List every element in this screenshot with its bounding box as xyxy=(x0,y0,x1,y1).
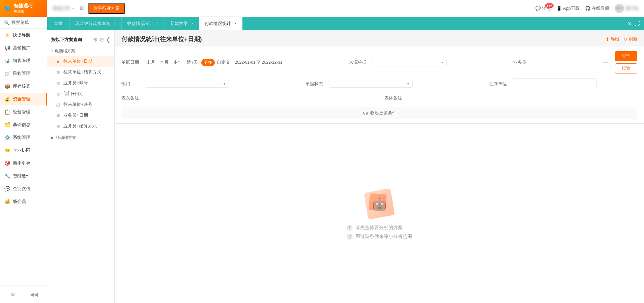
sidebar-item-label: 畅会员 xyxy=(13,199,26,205)
date-btn-this-month[interactable]: 本月 xyxy=(158,59,170,66)
manage-plan-btn[interactable]: ⊙ xyxy=(99,36,104,43)
sidebar-item-basic[interactable]: 🗂️ 基础信息 xyxy=(0,118,47,131)
sidebar-item-enterprise[interactable]: 🤝 企业协同 xyxy=(0,144,47,157)
messages-btn[interactable]: 💬 消息 99+ xyxy=(535,5,551,11)
logo-icon: 🐦 xyxy=(3,4,12,12)
plan-item-salesman-account[interactable]: ▦ 业务员+账号 xyxy=(47,78,114,88)
sidebar-item-quick-nav[interactable]: ⚡ 快捷导航 xyxy=(0,29,47,41)
service-icon: 🎧 xyxy=(585,6,590,11)
tab-bank-flow[interactable]: 现金银行流水查询 × xyxy=(70,17,122,30)
plan-item-label: 部门+日期 xyxy=(63,91,84,97)
user-profile[interactable]: 用户 用户名 xyxy=(615,4,639,13)
plan-item-unit-date[interactable]: ● 往来单位+日期 xyxy=(47,56,114,67)
salesman-select[interactable]: ··· xyxy=(537,57,611,68)
tab-receivable[interactable]: 收款情况统计 × xyxy=(122,17,165,30)
collapse-bar[interactable]: ∧∧ 收起更多条件 xyxy=(121,107,637,119)
company-selector[interactable]: 某某公司 ▾ xyxy=(53,5,74,11)
sidebar-item-wechat[interactable]: 💬 企业微信 xyxy=(0,182,47,195)
tab-receivable-close[interactable]: × xyxy=(157,21,159,26)
source-select[interactable]: ▾ xyxy=(373,59,447,66)
expand-window-btn[interactable]: ⛶ xyxy=(635,21,640,27)
settings-bottom-btn[interactable]: ⚙ xyxy=(3,289,22,300)
plan-icon: ▦ xyxy=(55,113,61,118)
plan-item-label: 往来单位+日期 xyxy=(63,58,92,64)
header-note-input[interactable] xyxy=(145,94,239,102)
hint-2-num: 2 xyxy=(347,234,353,240)
sidebar: 🐦 畅捷通巧 标准版 🔍 搜索菜单 ⚡ 快捷导航 📢 营销推广 📊 销售管理 🛒… xyxy=(0,0,47,303)
tab-new-plan[interactable]: 新建方案 × xyxy=(165,17,199,30)
collapse-arrow-icon: ∧∧ xyxy=(362,111,369,116)
plan-item-dept-date[interactable]: ▦ 部门+日期 xyxy=(47,88,114,99)
sidebar-item-marketing[interactable]: 📢 营销推广 xyxy=(0,41,47,54)
related-unit-select[interactable]: ··· xyxy=(513,78,597,89)
hardware-icon: 🔧 xyxy=(4,173,10,179)
plan-item-salesman-date[interactable]: ▦ 业务员+日期 xyxy=(47,110,114,121)
app-download-label: App下载 xyxy=(563,5,580,11)
page-content: 按以下方案查询 ⊕ ⊙ ❮ ▾ 电脑端方案 ● 往来单位+日期 ▦ xyxy=(47,30,644,303)
date-btn-7days[interactable]: 近7天 xyxy=(185,59,199,66)
plan-active-icon: ● xyxy=(55,59,61,64)
sidebar-item-hardware[interactable]: 🔧 智能硬件 xyxy=(0,170,47,182)
sidebar-item-system[interactable]: ⚙️ 系统管理 xyxy=(0,131,47,144)
export-btn[interactable]: ⬆ 导出 xyxy=(606,36,619,42)
date-btn-last-month[interactable]: 上月 xyxy=(145,59,156,66)
salesman-dots[interactable]: ··· xyxy=(602,59,607,66)
hint-1-text: 请先选择要分析的方案 xyxy=(355,225,403,231)
tab-new-plan-close[interactable]: × xyxy=(191,21,194,26)
date-buttons: 上月 本月 本年 近7天 更多 自定义 2022-01-01 至 2022-12… xyxy=(145,59,283,66)
plan-item-salesman-settle[interactable]: ▦ 业务员+结算方式 xyxy=(47,121,114,131)
tab-receivable-label: 收款情况统计 xyxy=(127,21,153,27)
topbar-gear-icon[interactable]: ⚙ xyxy=(79,5,84,11)
left-panel: 按以下方案查询 ⊕ ⊙ ❮ ▾ 电脑端方案 ● 往来单位+日期 ▦ xyxy=(47,30,115,303)
tab-home[interactable]: 首页 xyxy=(47,17,70,30)
company-chevron-icon[interactable]: ▾ xyxy=(72,6,74,10)
query-btn[interactable]: 查询 xyxy=(615,51,637,61)
online-service-label: 在线客服 xyxy=(592,5,609,11)
dept-select[interactable]: ▾ xyxy=(145,80,229,88)
sidebar-bottom: ⚙ ◀◀ xyxy=(0,285,47,303)
collapse-sidebar-btn[interactable]: ◀◀ xyxy=(25,289,44,300)
sidebar-item-label: 企业微信 xyxy=(13,186,30,192)
app-download-btn[interactable]: 📱 App下载 xyxy=(556,5,580,11)
close-all-tabs-btn[interactable]: ✕ xyxy=(627,21,632,27)
sidebar-item-inventory[interactable]: 📦 库存核算 xyxy=(0,80,47,93)
trial-btn[interactable]: 体验行业方案 xyxy=(88,3,125,14)
tab-bank-flow-label: 现金银行流水查询 xyxy=(75,21,110,27)
sidebar-item-purchase[interactable]: 🛒 采购管理 xyxy=(0,67,47,80)
mobile-plan-section[interactable]: ▶ 移动端方案 xyxy=(47,133,114,143)
sidebar-item-guide[interactable]: 🎯 新手引导 xyxy=(0,157,47,170)
date-btn-custom[interactable]: 自定义 xyxy=(217,59,230,65)
doc-status-select[interactable]: ▾ xyxy=(329,80,413,88)
capital-icon: 💰 xyxy=(4,96,10,102)
add-plan-btn[interactable]: ⊕ xyxy=(93,36,97,43)
sidebar-item-operation[interactable]: 📋 经营管理 xyxy=(0,105,47,118)
plan-icon: ▦ xyxy=(55,91,61,96)
dept-chevron-icon: ▾ xyxy=(224,82,225,86)
refresh-btn[interactable]: ↻ 刷新 xyxy=(623,36,637,42)
right-area: 付款情况统计(往来单位+日期) ⬆ 导出 ↻ 刷新 单据日期 xyxy=(115,30,644,303)
filter-area: 单据日期 上月 本月 本年 近7天 更多 自定义 2022-01-01 至 20… xyxy=(115,47,644,124)
wechat-icon: 💬 xyxy=(4,186,10,192)
sidebar-item-sales[interactable]: 📊 销售管理 xyxy=(0,54,47,67)
tab-payment-stat[interactable]: 付款情况统计 × xyxy=(199,17,242,30)
date-btn-more[interactable]: 更多 xyxy=(201,59,215,66)
tabbar: 首页 现金银行流水查询 × 收款情况统计 × 新建方案 × 付款情况统计 × ✕… xyxy=(47,17,644,30)
date-btn-this-year[interactable]: 本年 xyxy=(172,59,183,66)
tab-bank-flow-close[interactable]: × xyxy=(114,21,116,26)
online-service-btn[interactable]: 🎧 在线客服 xyxy=(585,5,609,11)
empty-hint-1: 1 请先选择要分析的方案 xyxy=(347,225,412,231)
sidebar-item-label: 库存核算 xyxy=(13,83,30,89)
collapse-panel-btn[interactable]: ❮ xyxy=(106,36,110,43)
page-header-actions: ⬆ 导出 ↻ 刷新 xyxy=(606,36,637,42)
sidebar-item-capital[interactable]: 💰 资金管理 xyxy=(0,93,47,105)
mobile-plan-arrow: ▶ xyxy=(51,136,54,140)
body-note-input[interactable] xyxy=(408,94,502,102)
related-unit-dots[interactable]: ··· xyxy=(588,80,593,87)
tab-payment-stat-close[interactable]: × xyxy=(234,21,237,26)
settings-btn[interactable]: 设置 xyxy=(615,63,637,73)
search-menu[interactable]: 🔍 搜索菜单 xyxy=(0,17,47,29)
plan-item-unit-account[interactable]: 📊 往来单位+账号 xyxy=(47,99,114,110)
desktop-plan-title[interactable]: ▾ 电脑端方案 xyxy=(47,46,114,56)
plan-item-unit-settle[interactable]: ▦ 往来单位+结算方式 xyxy=(47,67,114,78)
sidebar-item-member[interactable]: 👑 畅会员 xyxy=(0,195,47,208)
